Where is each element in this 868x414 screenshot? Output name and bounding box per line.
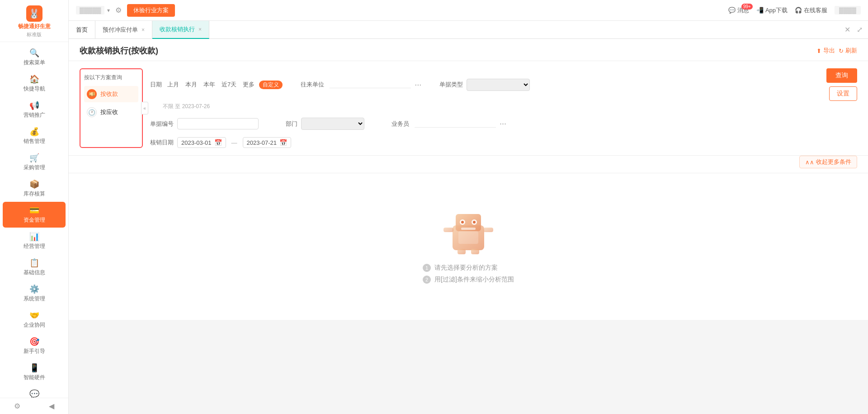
svg-rect-6 [461, 228, 476, 230]
svg-rect-11 [483, 228, 493, 232]
online-service-btn[interactable]: 🎧 在线客服 [795, 6, 827, 14]
sidebar-item-capital[interactable]: 💳 资金管理 [3, 202, 66, 228]
collapse-more-conditions-btn[interactable]: ∧∧ 收起更多条件 [799, 156, 857, 168]
close-tab-icon[interactable]: ✕ [843, 24, 852, 36]
filter-main: 日期 上月 本月 本年 近7天 更多 自定义 往来单位 ·· [150, 68, 857, 148]
counterparty-field: 往来单位 ··· [301, 80, 421, 90]
settings-btn[interactable]: 设置 [829, 86, 857, 101]
wechat-icon: 💬 [29, 389, 39, 398]
sidebar-label-operation: 经营管理 [24, 243, 45, 250]
this-month-btn[interactable]: 本月 [184, 80, 199, 90]
sidebar-item-wechat[interactable]: 💬 企业微信 [3, 385, 66, 398]
tab-prepay[interactable]: 预付冲应付单 × [95, 21, 152, 39]
writeoff-date-end-input[interactable]: 2023-07-21 📅 [243, 137, 292, 148]
sidebar-item-guide[interactable]: 🎯 新手引导 [3, 333, 66, 359]
more-date-btn[interactable]: 更多 [241, 80, 256, 90]
hardware-icon: 📱 [29, 363, 39, 373]
sidebar-item-basic-info[interactable]: 📋 基础信息 [3, 254, 66, 280]
tab-receivable-writeoff[interactable]: 收款核销执行 × [152, 21, 209, 39]
sidebar-item-cooperation[interactable]: 🤝 企业协同 [3, 307, 66, 333]
salesperson-more-icon[interactable]: ··· [500, 119, 506, 128]
svg-point-5 [473, 221, 476, 224]
sidebar-settings-btn[interactable]: ⚙ [14, 402, 20, 410]
sidebar-label-marketing: 营销推广 [24, 111, 45, 119]
cooperation-icon: 🤝 [29, 310, 39, 320]
empty-state: 1 请先选择要分析的方案 2 用[过滤]条件来缩小分析范围 [69, 173, 868, 320]
sidebar-item-operation[interactable]: 📊 经营管理 [3, 228, 66, 254]
filter-option-receivable-label: 按应收 [100, 108, 118, 116]
page-title: 收款核销执行(按收款) [80, 45, 158, 56]
industry-btn[interactable]: 休验行业方案 [127, 4, 175, 17]
prepay-tab-label: 预付冲应付单 [103, 26, 138, 34]
dept-field: 部门 [286, 118, 364, 130]
sidebar-item-hardware[interactable]: 📱 智能硬件 [3, 359, 66, 385]
empty-tip-1: 1 请先选择要分析的方案 [423, 264, 514, 272]
app-download-btn[interactable]: 📲 App下载 [756, 6, 788, 14]
writeoff-date-field: 核销日期 2023-03-01 📅 — 2023-07-21 📅 [150, 137, 291, 148]
calendar-icon-start: 📅 [214, 139, 222, 146]
date-shortcuts: 上月 本月 本年 近7天 更多 自定义 [165, 80, 283, 90]
custom-date-tag[interactable]: 自定义 [259, 81, 283, 89]
bill-type-select[interactable] [467, 79, 530, 91]
sidebar-footer: ⚙ ◀ [0, 398, 68, 414]
filter-collapse-row: ∧∧ 收起更多条件 [69, 156, 868, 173]
topbar-settings-icon[interactable]: ⚙ [115, 6, 122, 14]
query-btn[interactable]: 查询 [826, 68, 857, 83]
sidebar-item-inventory[interactable]: 📦 库存核算 [3, 176, 66, 201]
svg-rect-7 [458, 231, 478, 244]
purchase-icon: 🛒 [29, 153, 39, 163]
last-month-btn[interactable]: 上月 [165, 80, 181, 90]
refresh-btn[interactable]: ↻ 刷新 [839, 47, 857, 55]
message-btn[interactable]: 💬 消息 99+ [728, 6, 749, 14]
sidebar-item-sales[interactable]: 💰 销售管理 [3, 123, 66, 149]
tab-home[interactable]: 首页 [69, 21, 95, 39]
svg-rect-9 [471, 249, 479, 254]
bill-no-field: 单据编号 [150, 118, 259, 129]
last-7days-btn[interactable]: 近7天 [220, 80, 238, 90]
filter-scheme-title: 按以下方案查询 [84, 74, 138, 81]
sidebar-item-quick-nav[interactable]: 🏠 快捷导航 [3, 71, 66, 96]
collapse-label: 收起更多条件 [816, 158, 851, 166]
receivable-writeoff-tab-close[interactable]: × [198, 26, 202, 33]
sidebar-label-quick-nav: 快捷导航 [24, 85, 45, 93]
filter-option-by-receipt[interactable]: 💴 按收款 [84, 86, 138, 102]
expand-tab-icon[interactable]: ⤢ [855, 24, 864, 36]
date-separator: — [230, 139, 239, 146]
topbar-dropdown-icon[interactable]: ▾ [107, 7, 110, 14]
collapse-icon: ∧∧ [805, 159, 814, 166]
sidebar-item-search[interactable]: 🔍 搜索菜单 [3, 44, 66, 70]
filter-sidebar-collapse-btn[interactable]: « [141, 102, 148, 114]
topbar: ▓▓▓▓▓ ▾ ⚙ 休验行业方案 💬 消息 99+ 📲 App下载 🎧 在线客服… [69, 0, 868, 21]
sidebar-item-marketing[interactable]: 📢 营销推广 [3, 97, 66, 123]
home-icon: 🏠 [29, 74, 39, 84]
sidebar-item-purchase[interactable]: 🛒 采购管理 [3, 149, 66, 175]
this-year-btn[interactable]: 本年 [202, 80, 217, 90]
salesperson-field: 业务员 ··· [392, 119, 506, 128]
salesperson-label: 业务员 [392, 120, 409, 128]
topbar-right: 💬 消息 99+ 📲 App下载 🎧 在线客服 ▓▓▓▓ [728, 6, 861, 14]
topbar-company-area: ▓▓▓▓▓ ▾ [76, 6, 110, 14]
filter-row-2: 单据编号 部门 业务员 ··· [150, 118, 857, 130]
refresh-icon: ↻ [839, 48, 844, 54]
dept-select[interactable] [301, 118, 364, 130]
inventory-icon: 📦 [29, 179, 39, 189]
sidebar-nav: 🔍 搜索菜单 🏠 快捷导航 📢 营销推广 💰 销售管理 🛒 采购管理 📦 库存核… [0, 42, 68, 398]
writeoff-date-start-input[interactable]: 2023-03-01 📅 [177, 137, 226, 148]
counterparty-more-icon[interactable]: ··· [415, 80, 421, 90]
sidebar-collapse-btn[interactable]: ◀ [49, 402, 54, 410]
filter-option-by-receivable[interactable]: 🕐 按应收 [84, 104, 138, 120]
bill-no-input[interactable] [177, 118, 259, 129]
search-icon: 🔍 [29, 48, 39, 58]
system-icon: ⚙️ [29, 284, 39, 294]
sidebar-item-system[interactable]: ⚙️ 系统管理 [3, 281, 66, 306]
operation-icon: 📊 [29, 232, 39, 242]
app-logo-icon: 🐰 [26, 5, 42, 22]
svg-rect-8 [458, 249, 466, 254]
app-name: 畅捷通好生意 [18, 23, 51, 30]
filter-row-1: 日期 上月 本月 本年 近7天 更多 自定义 往来单位 ·· [150, 68, 857, 101]
bill-type-field: 单据类型 [439, 79, 530, 91]
export-btn[interactable]: ⬆ 导出 [816, 47, 835, 55]
prepay-tab-close[interactable]: × [142, 27, 145, 33]
app-download-label: App下载 [765, 6, 788, 14]
message-icon: 💬 [728, 7, 736, 14]
